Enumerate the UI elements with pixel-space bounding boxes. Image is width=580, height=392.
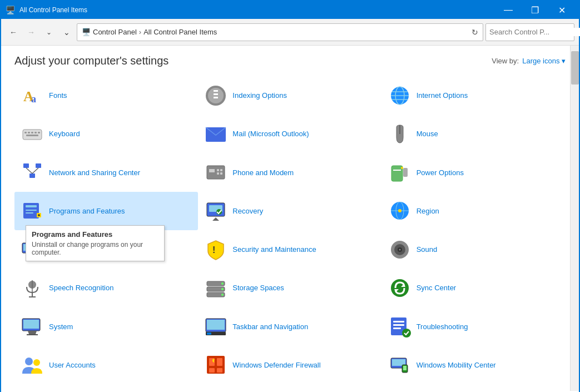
item-label[interactable]: Programs and Features	[49, 207, 125, 215]
view-by-control: View by: Large icons ▾	[492, 57, 566, 65]
svg-rect-23	[36, 163, 41, 168]
phone-icon	[205, 161, 227, 183]
scrollbar-track[interactable]	[570, 46, 579, 391]
breadcrumb-cp: Control Panel	[93, 28, 137, 36]
sync-icon	[389, 277, 411, 299]
scrollbar-thumb[interactable]	[571, 51, 579, 85]
grid-item-taskbar-and-navigation[interactable]: Taskbar and Navigation	[198, 307, 381, 346]
users-icon	[21, 354, 43, 376]
grid-item-indexing-options[interactable]: Indexing Options	[198, 76, 381, 115]
minimize-button[interactable]: —	[495, 1, 521, 19]
titlebar-icon: 🖥️	[6, 6, 15, 14]
grid-item-troubleshooting[interactable]: Troubleshooting	[382, 307, 566, 346]
svg-rect-5	[214, 90, 218, 92]
item-label[interactable]: User Accounts	[49, 361, 96, 369]
grid-item-sync-center[interactable]: Sync Center	[382, 269, 566, 307]
item-label[interactable]: Indexing Options	[232, 91, 287, 100]
item-label[interactable]: Storage Spaces	[232, 284, 284, 292]
item-label[interactable]: Mouse	[417, 130, 438, 138]
back-button[interactable]: ←	[6, 24, 21, 40]
svg-text:a: a	[31, 93, 36, 105]
item-label[interactable]: Power Options	[417, 168, 464, 177]
item-label[interactable]: Phone and Modem	[232, 168, 294, 177]
grid-item-recovery[interactable]: Recovery	[198, 192, 381, 230]
grid-item-speech-recognition[interactable]: Speech Recognition	[14, 269, 198, 307]
item-label[interactable]: Taskbar and Navigation	[232, 322, 308, 331]
svg-marker-45	[212, 217, 219, 221]
grid-item-region[interactable]: Region	[382, 192, 566, 230]
item-label[interactable]: Security and Maintenance	[232, 245, 316, 254]
svg-rect-15	[28, 132, 30, 133]
refresh-button[interactable]: ↻	[472, 28, 478, 37]
item-label[interactable]: Keyboard	[49, 130, 80, 138]
item-label[interactable]: Troubleshooting	[417, 322, 468, 331]
grid-item-keyboard[interactable]: Keyboard	[14, 115, 198, 153]
svg-rect-32	[220, 172, 222, 175]
item-label[interactable]: Recovery	[232, 207, 263, 215]
region-icon	[389, 200, 411, 222]
svg-rect-39	[26, 210, 37, 211]
speech-icon	[21, 277, 43, 299]
close-button[interactable]: ✕	[549, 1, 574, 19]
svg-rect-83	[393, 321, 404, 322]
grid-item-storage-spaces[interactable]: Storage Spaces	[198, 269, 381, 307]
storage-icon	[205, 277, 227, 299]
grid-item-network-and-sharing-center[interactable]: Network and Sharing Center	[14, 153, 198, 192]
forward-button[interactable]: →	[23, 24, 39, 40]
item-label[interactable]: Windows Mobility Center	[417, 361, 496, 369]
keyboard-icon	[21, 123, 43, 145]
item-label[interactable]: Sound	[417, 245, 438, 254]
view-by-dropdown[interactable]: Large icons ▾	[522, 57, 566, 65]
svg-rect-92	[209, 368, 215, 373]
remote-icon	[21, 239, 43, 261]
fonts-icon: Aa	[21, 85, 43, 107]
address-box[interactable]: 🖥️ Control Panel › All Control Panel Ite…	[77, 23, 483, 41]
grid-item-mouse[interactable]: Mouse	[382, 115, 566, 153]
item-label[interactable]: Windows Defender Firewall	[232, 361, 320, 369]
grid-item-sound[interactable]: Sound	[382, 230, 566, 269]
svg-rect-84	[393, 324, 404, 326]
grid-item-remote-desktop-connection[interactable]: Remote Desktop Connection	[14, 230, 198, 269]
item-label[interactable]: Fonts	[49, 91, 67, 100]
grid-item-security-and-maintenance[interactable]: !Security and Maintenance	[198, 230, 381, 269]
grid-item-windows-defender-firewall[interactable]: Windows Defender Firewall	[198, 346, 381, 384]
network-icon	[21, 161, 43, 183]
svg-point-70	[221, 294, 224, 296]
svg-point-87	[25, 358, 33, 365]
grid-item-programs-and-features[interactable]: Programs and FeaturesPrograms and Featur…	[14, 192, 198, 230]
item-label[interactable]: Network and Sharing Center	[49, 168, 140, 177]
titlebar-title: All Control Panel Items	[19, 6, 491, 14]
grid-item-windows-mobility-center[interactable]: Windows Mobility Center	[382, 346, 566, 384]
view-by-label: View by:	[492, 57, 519, 65]
item-label[interactable]: Internet Options	[417, 91, 468, 100]
svg-rect-81	[207, 333, 211, 335]
svg-rect-75	[23, 320, 39, 329]
svg-marker-76	[28, 331, 37, 334]
item-label[interactable]: Speech Recognition	[49, 284, 113, 292]
up-button[interactable]: ⌄	[41, 24, 57, 40]
troubleshooting-icon	[389, 315, 411, 338]
grid-item-mail-(microsoft-outlook)[interactable]: Mail (Microsoft Outlook)	[198, 115, 381, 153]
maximize-button[interactable]: ❐	[522, 1, 548, 19]
sound-icon	[389, 239, 411, 261]
power-icon	[389, 161, 411, 183]
titlebar: 🖥️ All Control Panel Items — ❐ ✕	[1, 1, 579, 19]
item-label[interactable]: Sync Center	[417, 284, 457, 292]
item-label[interactable]: Region	[417, 207, 439, 215]
item-label[interactable]: Remote Desktop Connection	[49, 245, 141, 254]
grid-item-user-accounts[interactable]: User Accounts	[14, 346, 198, 384]
recovery-icon	[205, 200, 227, 222]
recent-button[interactable]: ⌄	[59, 24, 75, 40]
grid-item-power-options[interactable]: Power Options	[382, 153, 566, 192]
top-bar: Adjust your computer's settings View by:…	[14, 54, 566, 67]
grid-item-internet-options[interactable]: Internet Options	[382, 76, 566, 115]
search-input[interactable]	[489, 28, 580, 36]
page-title: Adjust your computer's settings	[14, 54, 168, 67]
grid-item-phone-and-modem[interactable]: Phone and Modem	[198, 153, 381, 192]
item-label[interactable]: Mail (Microsoft Outlook)	[232, 130, 309, 138]
search-box[interactable]: 🔍	[485, 23, 574, 41]
grid-item-fonts[interactable]: AaFonts	[14, 76, 198, 115]
svg-rect-19	[26, 135, 38, 136]
grid-item-system[interactable]: System	[14, 307, 198, 346]
item-label[interactable]: System	[49, 322, 73, 331]
